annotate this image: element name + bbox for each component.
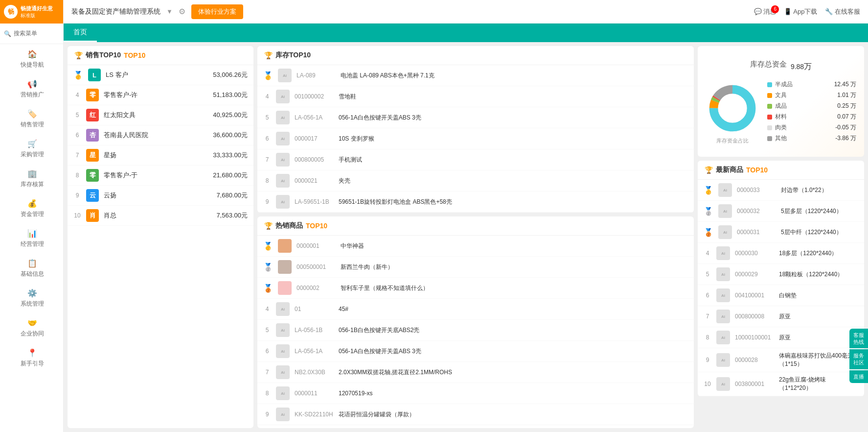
finance-icon: 💰 [27,198,37,208]
product-code: 004100001 [735,292,774,299]
hot-products-header: 🏆 热销商品 TOP10 [257,216,694,236]
float-service-community[interactable]: 服务社区 [849,349,868,369]
product-thumb: Ai [718,225,732,239]
gear-icon[interactable]: ⚙ [179,7,185,16]
basic-info-icon: 📋 [27,258,37,268]
newest-product-item: 7 Ai 000800008 原亚 [698,306,864,327]
sidebar: 畅 畅捷通好生意 标准版 🔍 搜索菜单 🏠 快捷导航 📢 营销推广 🏷️ 销售管… [0,0,64,432]
product-name: 056-1A白色按键开关盖ABS 3壳 [339,114,688,122]
hot-products-title: 热销商品 [275,221,303,230]
product-code: 000800008 [735,313,774,320]
float-service-live[interactable]: 直播 [849,370,868,383]
rank-num: 5 [704,271,711,278]
customer-value: 7,563.00元 [216,211,248,220]
app-download[interactable]: 📱 App下载 [784,7,817,16]
inventory-icon: 🏢 [27,168,37,178]
sidebar-item-purchase[interactable]: 🛒 采购管理 [0,134,63,164]
sidebar-item-basic-info[interactable]: 📋 基础信息 [0,253,63,283]
newest-product-item: 9 Ai 0000028 体碗嘉枝味苏打饮品400毫升（1*15） [698,348,864,372]
home-icon: 🏠 [27,49,37,59]
sidebar-item-enterprise[interactable]: 🤝 企业协同 [0,313,63,343]
legend-value: -3.86 万 [835,134,856,143]
rank-num: 8 [704,334,711,341]
avatar: 肖 [86,209,99,222]
list-item: 10 肖 肖总 7,563.00元 [68,206,253,226]
trial-button[interactable]: 体验行业方案 [191,4,243,19]
legend-value: 1.01 万 [837,91,856,99]
inventory-top10-title: 库存TOP10 [275,51,311,60]
tab-home[interactable]: 首页 [64,24,97,42]
donut-chart [706,81,759,135]
trophy-icon: 🏆 [264,222,273,230]
rank-num: 6 [704,292,711,299]
right-panel: 库存总资金 9.88万 [698,46,864,428]
donut-area: 库存资金占比 半成品 12.45 万 文具 1.01 万 [706,75,856,150]
medal-icon: 🥇 [704,186,713,195]
product-code: 01 [295,306,334,312]
sidebar-search[interactable]: 🔍 搜索菜单 [0,24,63,44]
sidebar-item-guide[interactable]: 📍 新手引导 [0,343,63,373]
product-item: 6 Ai LA-056-1A 056-1A白色按键开关盖ABS 3壳 [257,341,694,362]
system-icon: ⚙️ [27,288,37,298]
product-code: 0000011 [295,390,334,397]
product-code: 000800005 [295,156,334,163]
legend-dot [767,82,772,87]
rank-num: 4 [263,93,271,100]
product-thumb: Ai [276,323,290,337]
product-name: 5层中纤（1220*2440） [781,228,858,237]
customer-top10-title: 销售TOP10 [86,51,121,60]
sales-icon: 🏷️ [27,109,37,119]
sidebar-item-sales[interactable]: 🏷️ 销售管理 [0,104,63,134]
newest-products-title: 最新商品 [716,166,743,174]
newest-product-item: 🥇 Ai 0000033 封边带（1.0*22） [698,180,864,201]
list-item: 4 零 零售客户-许 51,183.00元 [68,85,253,105]
rank-num: 5 [263,327,271,334]
product-item: 5 Ai LA-056-1A 056-1A白色按键开关盖ABS 3壳 [257,107,694,128]
float-service-hotline[interactable]: 客服热线 [849,329,868,349]
product-thumb: Ai [276,365,290,379]
middle-panel: 🏆 库存TOP10 🥇 Ai LA-089 电池盖 LA-089 ABS本色+黑… [257,46,694,428]
sidebar-item-system[interactable]: ⚙️ 系统管理 [0,283,63,313]
product-thumb: Ai [276,344,290,358]
sidebar-item-marketing[interactable]: 📢 营销推广 [0,74,63,104]
sidebar-item-inventory[interactable]: 🏢 库存核算 [0,164,63,193]
sidebar-item-operations[interactable]: 📊 经营管理 [0,223,63,253]
legend-name: 肉类 [775,123,787,132]
product-name: 智利车子里（规格不知道填什么） [341,284,688,292]
newest-products-card: 🏆 最新商品 TOP10 🥇 Ai 0000033 封边带（1.0*22） 🥈 … [698,161,864,396]
legend-item: 文具 1.01 万 [767,91,856,99]
legend-dot [767,125,772,130]
rank-num: 9 [73,192,81,199]
product-item: 🥇 Ai LA-089 电池盖 LA-089 ABS本色+黑种 7.1克 [257,65,694,86]
product-thumb: Ai [276,132,290,145]
customer-name: LS 客户 [106,71,208,79]
product-code: 0000017 [295,135,334,142]
online-service[interactable]: 🔧 在线客服 [825,7,860,16]
search-menu-btn[interactable]: 🔍 搜索菜单 [4,27,59,40]
product-code: KK-SD22110H [295,411,334,418]
main-area: 装备及固定资产辅助管理系统 ▼ ⚙ 体验行业方案 💬 消息 6 📱 App下载 … [64,0,868,432]
avatar: 零 [86,169,99,182]
product-name: 12070519-xs [339,390,688,397]
message-badge[interactable]: 💬 消息 6 [754,7,777,16]
product-item: 6 Ai 0000017 10S 变刹罗猴 [257,128,694,149]
sidebar-item-finance[interactable]: 💰 资金管理 [0,193,63,223]
avatar: 杏 [86,129,99,142]
legend-item: 半成品 12.45 万 [767,80,856,89]
product-thumb: Ai [276,408,290,421]
list-item: 🥇 L LS 客户 53,006.26元 [68,65,253,85]
newest-product-item: 10 Ai 003800001 22g鱼豆腐-烧烤味（1*12*20） [698,372,864,396]
product-code: 0000032 [737,208,776,215]
product-thumb: Ai [278,69,292,82]
list-item: 7 星 星扬 33,333.00元 [68,145,253,166]
trophy-icon: 🏆 [264,51,273,59]
trophy-icon: 🏆 [705,166,713,174]
dropdown-arrow[interactable]: ▼ [166,8,173,15]
product-item: 7 Ai NB2.0X30B 2.0X30MM双搓花轴,搓花直径2.1MM/RO… [257,362,694,383]
product-item: 8 Ai 0000021 夹壳 [257,170,694,192]
rank-num: 9 [263,198,271,205]
product-code: LA-089 [297,72,336,79]
customer-list: 🥇 L LS 客户 53,006.26元 4 零 零售客户-许 51,183.0… [68,65,253,226]
sidebar-item-quick-nav[interactable]: 🏠 快捷导航 [0,44,63,74]
rank-num: 4 [263,306,271,312]
